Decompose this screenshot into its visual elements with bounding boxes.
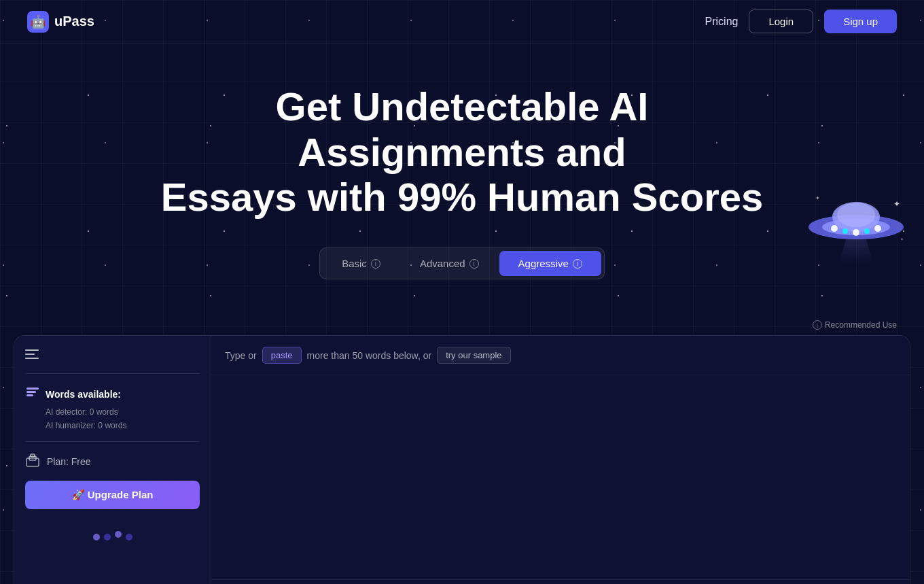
- more-label: more than 50 words below, or: [307, 350, 432, 361]
- sidebar: Words available: AI detector: 0 words AI…: [14, 336, 211, 584]
- logo-icon: 🤖: [27, 11, 49, 33]
- svg-point-6: [853, 229, 859, 236]
- svg-rect-17: [25, 358, 39, 359]
- dot-1: [93, 534, 100, 540]
- logo[interactable]: 🤖 uPass: [27, 11, 94, 33]
- navbar: 🤖 uPass Pricing Login Sign up: [0, 0, 924, 44]
- svg-text:✦: ✦: [893, 199, 900, 209]
- svg-point-8: [874, 225, 881, 232]
- editor-toolbar: Type or paste more than 50 words below, …: [211, 336, 910, 375]
- svg-text:i: i: [817, 322, 818, 329]
- info-icon: i: [813, 320, 822, 330]
- recommended-use: i Recommended Use: [0, 320, 924, 330]
- svg-rect-15: [25, 349, 39, 351]
- svg-text:✦: ✦: [900, 237, 904, 241]
- type-label: Type or: [225, 350, 257, 361]
- editor-bottom: Check for AI Humanize: [211, 579, 910, 584]
- words-section: Words available: AI detector: 0 words AI…: [25, 385, 200, 430]
- sidebar-divider-2: [25, 441, 200, 442]
- plan-section: Plan: Free: [25, 453, 200, 470]
- svg-marker-9: [839, 239, 873, 264]
- ai-detector-words: AI detector: 0 words: [25, 407, 200, 417]
- plan-icon: [25, 453, 40, 470]
- svg-point-4: [831, 225, 838, 232]
- tabs-container: Basic i Advanced i Aggressive i: [14, 247, 910, 279]
- svg-rect-18: [26, 388, 39, 390]
- paste-button[interactable]: paste: [262, 347, 302, 364]
- loading-dots: [25, 520, 200, 554]
- nav-right: Pricing Login Sign up: [705, 10, 897, 33]
- svg-rect-20: [26, 394, 33, 396]
- login-button[interactable]: Login: [749, 10, 813, 33]
- svg-rect-21: [26, 458, 39, 466]
- svg-rect-19: [26, 391, 36, 393]
- sidebar-divider-1: [25, 373, 200, 374]
- svg-point-7: [864, 228, 870, 234]
- plan-label: Plan: Free: [47, 456, 91, 467]
- svg-point-5: [842, 228, 848, 234]
- dot-4: [126, 534, 132, 540]
- advanced-info-icon[interactable]: i: [469, 259, 479, 269]
- hero-title: Get Undetectable AI Assignments and Essa…: [156, 84, 768, 220]
- tab-aggressive[interactable]: Aggressive i: [499, 251, 601, 276]
- signup-button[interactable]: Sign up: [824, 10, 897, 33]
- ai-humanizer-words: AI humanizer: 0 words: [25, 421, 200, 430]
- basic-info-icon[interactable]: i: [371, 259, 380, 269]
- hero-section: ✦ ✦ ✦ Get Undetectable AI Assignments an…: [0, 44, 924, 320]
- sample-button[interactable]: try our sample: [437, 347, 510, 364]
- dot-2: [104, 534, 111, 540]
- svg-rect-23: [31, 454, 35, 457]
- menu-icon[interactable]: [25, 347, 200, 362]
- pricing-link[interactable]: Pricing: [705, 16, 739, 28]
- dot-3: [115, 531, 122, 538]
- aggressive-info-icon[interactable]: i: [573, 259, 582, 269]
- svg-point-3: [837, 203, 875, 227]
- main-area: Words available: AI detector: 0 words AI…: [14, 335, 910, 584]
- editor-area: Type or paste more than 50 words below, …: [211, 336, 910, 584]
- words-title: Words available:: [25, 385, 200, 403]
- tabs: Basic i Advanced i Aggressive i: [319, 247, 605, 279]
- tab-basic[interactable]: Basic i: [323, 251, 399, 276]
- svg-text:✦: ✦: [815, 195, 820, 201]
- ufo-illustration: ✦ ✦ ✦: [788, 152, 924, 288]
- words-icon: [25, 385, 40, 403]
- editor-content[interactable]: [211, 375, 910, 579]
- upgrade-button[interactable]: 🚀 Upgrade Plan: [25, 481, 200, 509]
- tab-advanced[interactable]: Advanced i: [401, 251, 498, 276]
- svg-rect-16: [25, 354, 35, 355]
- logo-text: uPass: [54, 14, 94, 29]
